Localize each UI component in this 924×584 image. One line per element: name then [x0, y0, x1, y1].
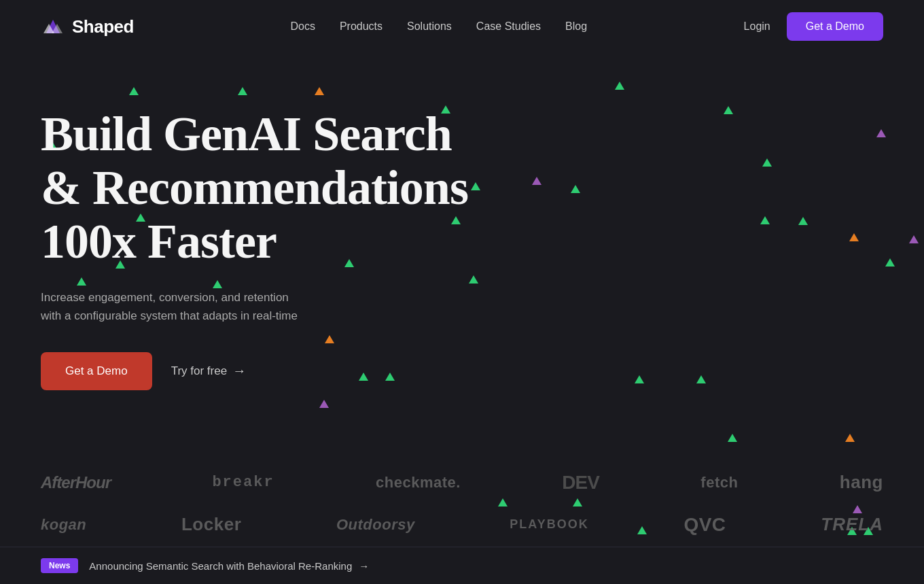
nav-right: Login Get a Demo: [744, 12, 883, 41]
navbar: Shaped Docs Products Solutions Case Stud…: [0, 0, 924, 53]
logo-checkmate: checkmate.: [376, 474, 461, 492]
nav-docs[interactable]: Docs: [290, 20, 315, 32]
arrow-icon: →: [232, 363, 246, 379]
login-button[interactable]: Login: [744, 20, 770, 33]
nav-blog[interactable]: Blog: [565, 20, 587, 32]
logo-trela: TRELA: [821, 514, 883, 535]
news-announcement: Announcing Semantic Search with Behavior…: [89, 560, 352, 572]
try-free-text: Try for free: [171, 364, 228, 378]
logos-row-2: kogan Locker Outdoorsy PLAYBOOK QVC TREL…: [41, 514, 883, 536]
logo-locker: Locker: [181, 514, 241, 535]
logo-afterhour: AfterHour: [41, 473, 111, 492]
brand-name: Shaped: [72, 16, 134, 37]
logo-playbook: PLAYBOOK: [510, 517, 588, 532]
news-text: Announcing Semantic Search with Behavior…: [89, 560, 369, 572]
hero-subtitle-line1: Increase engagement, conversion, and ret…: [41, 291, 289, 304]
logos-row-1: AfterHour breakr checkmate. DEV fetch ha…: [41, 472, 883, 494]
try-free-link[interactable]: Try for free →: [171, 363, 247, 379]
nav-links: Docs Products Solutions Case Studies Blo…: [290, 20, 587, 33]
logo-qvc: QVC: [683, 514, 726, 536]
news-bar[interactable]: News Announcing Semantic Search with Beh…: [0, 547, 924, 584]
logo-hang: hang: [840, 472, 883, 493]
news-badge: News: [41, 558, 78, 573]
hero-ctas: Get a Demo Try for free →: [41, 352, 883, 390]
nav-demo-button[interactable]: Get a Demo: [787, 12, 883, 41]
hero-title: Build GenAI Search & Recommendations 100…: [41, 107, 476, 269]
hero-subtitle-line2: with a configurable system that adapts i…: [41, 309, 298, 322]
nav-products[interactable]: Products: [340, 20, 383, 32]
logo-breakr: breakr: [212, 474, 274, 491]
logo-kogan: kogan: [41, 516, 86, 534]
nav-case-studies[interactable]: Case Studies: [476, 20, 541, 32]
hero-subtitle: Increase engagement, conversion, and ret…: [41, 288, 380, 325]
nav-solutions[interactable]: Solutions: [407, 20, 452, 32]
logo-icon: [41, 14, 65, 39]
logo-outdoorsy: Outdoorsy: [336, 516, 415, 534]
logo-area: Shaped: [41, 14, 134, 39]
hero-demo-button[interactable]: Get a Demo: [41, 352, 152, 390]
logo-dev: DEV: [562, 472, 599, 494]
logo-fetch: fetch: [700, 474, 738, 492]
news-arrow-icon: →: [359, 560, 369, 572]
hero-section: Build GenAI Search & Recommendations 100…: [0, 53, 924, 431]
